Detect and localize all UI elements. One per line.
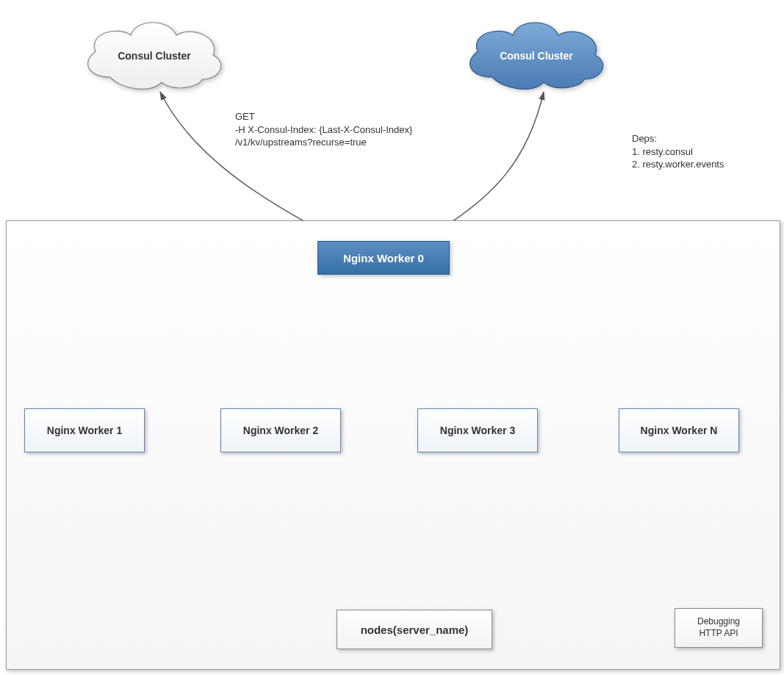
debugging-box: Debugging HTTP API [675,608,763,648]
worker-n: Nginx Worker N [619,408,739,452]
worker-0: Nginx Worker 0 [317,241,450,275]
cloud-right-label: Consul Cluster [463,50,610,62]
http-request-text: GET -H X-Consul-Index: {Last-X-Consul-In… [235,110,412,149]
deps-text: Deps: 1. resty.consul 2. resty.worker.ev… [632,132,724,171]
nodes-box: nodes(server_name) [337,610,492,649]
worker-1: Nginx Worker 1 [24,408,145,452]
cloud-left-label: Consul Cluster [81,50,228,62]
worker-3: Nginx Worker 3 [417,408,538,452]
worker-2: Nginx Worker 2 [220,408,341,452]
